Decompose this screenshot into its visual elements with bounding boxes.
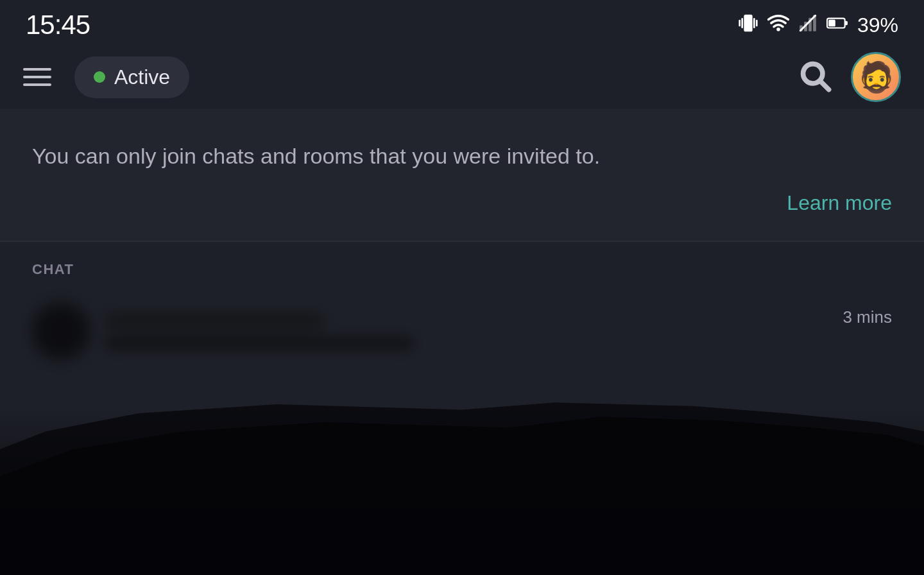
svg-line-10 [800,15,815,30]
learn-more-link[interactable]: Learn more [787,191,892,215]
active-label: Active [114,65,170,89]
svg-line-15 [821,82,829,90]
search-button[interactable] [798,59,832,95]
no-signal-icon [798,14,817,37]
chat-message-preview [105,336,413,350]
vibrate-icon [738,13,758,38]
svg-rect-0 [744,14,752,31]
chat-section-label: CHAT [32,261,892,278]
svg-rect-1 [741,18,743,28]
svg-rect-13 [828,19,835,26]
battery-icon [826,14,848,37]
hamburger-line-2 [23,76,51,78]
nav-bar: Active 🧔 [0,45,924,109]
hamburger-menu-button[interactable] [23,68,51,86]
chat-section: CHAT 3 mins [0,242,924,372]
nav-left: Active [23,56,189,98]
nav-right: 🧔 [798,52,901,102]
active-status-badge[interactable]: Active [74,56,189,98]
search-icon [798,59,832,92]
status-bar: 15:45 [0,0,924,45]
info-message: You can only join chats and rooms that y… [32,141,610,172]
svg-rect-12 [845,21,848,24]
user-avatar[interactable]: 🧔 [851,52,901,102]
info-banner: You can only join chats and rooms that y… [0,109,924,241]
battery-percentage: 39% [857,13,898,37]
learn-more-row: Learn more [32,191,892,215]
svg-point-5 [776,28,780,31]
svg-rect-2 [753,18,755,28]
chat-timestamp: 3 mins [843,307,892,327]
hamburger-line-3 [23,83,51,86]
chat-list-item[interactable]: 3 mins [32,291,892,372]
chat-content [105,312,827,350]
hamburger-line-1 [23,68,51,71]
svg-rect-3 [739,19,740,26]
status-icons: 39% [738,13,898,38]
avatar-image: 🧔 [858,62,894,92]
active-dot [94,71,105,83]
svg-rect-4 [756,19,758,26]
chat-name [105,312,323,330]
status-time: 15:45 [26,10,90,40]
wifi-icon [767,14,789,37]
chat-avatar [32,302,90,360]
